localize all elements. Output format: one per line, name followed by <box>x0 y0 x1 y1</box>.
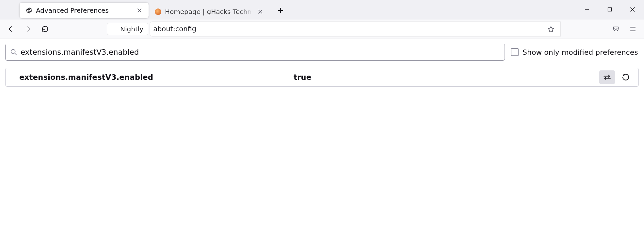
pref-value: true <box>294 73 593 81</box>
forward-button[interactable] <box>21 22 35 36</box>
ghacks-favicon <box>154 8 162 15</box>
pocket-button[interactable] <box>609 22 623 36</box>
reload-button[interactable] <box>38 22 52 36</box>
pref-search-box[interactable] <box>5 44 505 61</box>
pref-toggle-button[interactable] <box>599 70 615 84</box>
gear-icon <box>25 7 33 14</box>
pref-actions <box>599 70 634 84</box>
svg-rect-8 <box>608 8 612 11</box>
tab-title: Advanced Preferences <box>36 7 132 14</box>
window-controls <box>575 0 644 19</box>
search-row: Show only modified preferences <box>5 44 639 61</box>
about-config-content: Show only modified preferences extension… <box>0 38 644 92</box>
back-button[interactable] <box>4 22 18 36</box>
tab-strip: Advanced Preferences Homepage | gHacks T… <box>0 0 644 20</box>
pref-name: extensions.manifestV3.enabled <box>19 73 287 81</box>
close-tab-button[interactable] <box>256 7 265 16</box>
new-tab-button[interactable] <box>273 3 288 18</box>
pref-row: extensions.manifestV3.enabled true <box>5 68 639 87</box>
identity-chip[interactable]: Nightly <box>107 23 148 35</box>
pref-search-input[interactable] <box>21 48 500 56</box>
close-tab-button[interactable] <box>135 6 144 15</box>
checkbox-label: Show only modified preferences <box>523 48 638 56</box>
svg-point-0 <box>28 9 30 11</box>
url-text: about:config <box>153 25 542 33</box>
window-minimize-button[interactable] <box>575 0 598 19</box>
tab-ghacks[interactable]: Homepage | gHacks Technology <box>149 4 269 20</box>
pref-reset-button[interactable] <box>618 70 634 84</box>
tab-advanced-preferences[interactable]: Advanced Preferences <box>20 3 149 18</box>
show-modified-checkbox[interactable]: Show only modified preferences <box>511 48 638 56</box>
window-maximize-button[interactable] <box>598 0 621 19</box>
svg-line-18 <box>15 53 16 55</box>
firefox-nightly-icon <box>110 25 118 33</box>
identity-name: Nightly <box>120 25 143 33</box>
tab-title: Homepage | gHacks Technology <box>165 8 252 16</box>
window-close-button[interactable] <box>621 0 644 19</box>
navigation-toolbar: Nightly about:config <box>0 20 644 38</box>
checkbox-box <box>511 48 519 56</box>
url-bar[interactable]: about:config <box>150 22 560 36</box>
search-icon <box>10 49 17 56</box>
bookmark-star-button[interactable] <box>545 23 556 35</box>
url-bar-container: Nightly about:config <box>107 22 560 36</box>
app-menu-button[interactable] <box>626 22 640 36</box>
svg-marker-13 <box>548 26 554 32</box>
